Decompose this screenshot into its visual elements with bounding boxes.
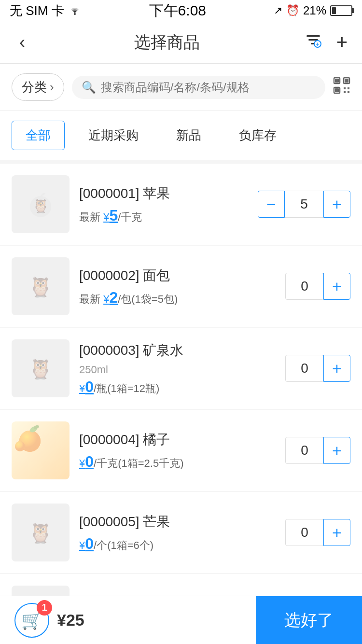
svg-point-0 xyxy=(74,13,76,15)
product-price-3: ¥0/瓶(1箱=12瓶) xyxy=(79,378,276,396)
time-display: 下午6:08 xyxy=(149,1,206,21)
search-bar: 分类 › 🔍 xyxy=(0,64,362,111)
status-bar: 无 SIM 卡 下午6:08 ↗ ⏰ 21% xyxy=(0,0,362,21)
bottom-bar: 🛒 1 ¥25 选好了 xyxy=(0,596,362,644)
tab-all[interactable]: 全部 xyxy=(12,121,65,150)
qty-plus-2[interactable]: + xyxy=(323,273,350,300)
qty-plus-1[interactable]: + xyxy=(323,191,350,218)
svg-text:🦉: 🦉 xyxy=(32,198,49,214)
svg-point-23 xyxy=(15,441,25,451)
product-image-3: 🦉 xyxy=(12,339,70,397)
category-button[interactable]: 分类 › xyxy=(12,73,64,101)
product-image-5: 🦉 xyxy=(12,504,70,561)
product-controls-4: + xyxy=(285,437,350,464)
back-button[interactable]: ‹ xyxy=(14,28,30,57)
product-name-2: [0000002] 面包 xyxy=(79,266,276,285)
carrier-text: 无 SIM 卡 xyxy=(10,2,64,19)
product-item-2: 🦉 [0000002] 面包 最新 ¥2/包(1袋=5包) + xyxy=(0,246,362,327)
product-image-2: 🦉 xyxy=(12,257,70,315)
wifi-icon xyxy=(68,3,82,18)
product-item-5: 🦉 [0000005] 芒果 ¥0/个(1箱=6个) + xyxy=(0,492,362,573)
product-price-2: 最新 ¥2/包(1袋=5包) xyxy=(79,289,276,307)
product-name-3: [0000003] 矿泉水 xyxy=(79,341,276,360)
qty-input-1[interactable] xyxy=(285,191,323,218)
tab-bar: 全部 近期采购 新品 负库存 xyxy=(0,111,362,164)
svg-rect-11 xyxy=(335,88,339,92)
search-input[interactable] xyxy=(101,81,316,94)
svg-rect-12 xyxy=(344,87,346,89)
qty-plus-3[interactable]: + xyxy=(323,355,350,382)
battery-percent: 21% xyxy=(303,4,326,17)
tab-negative[interactable]: 负库存 xyxy=(225,121,291,150)
svg-rect-13 xyxy=(348,87,349,89)
cart-badge: 1 xyxy=(37,600,52,616)
svg-rect-9 xyxy=(345,79,348,83)
location-icon: ↗ xyxy=(274,4,282,17)
product-price-1: 最新 ¥5/千克 xyxy=(79,207,248,224)
svg-text:🦉: 🦉 xyxy=(28,357,53,380)
search-input-wrap: 🔍 xyxy=(72,76,325,99)
svg-text:🦉: 🦉 xyxy=(28,275,53,298)
add-icon[interactable]: + xyxy=(336,31,348,53)
cart-total: ¥25 xyxy=(57,611,84,630)
product-controls-5: + xyxy=(285,519,350,546)
product-list: 🦉 [0000001] 苹果 最新 ¥5/千克 − + 🦉 [0000002] … xyxy=(0,164,362,644)
product-info-5: [0000005] 芒果 ¥0/个(1箱=6个) xyxy=(79,513,276,553)
nav-actions: + + xyxy=(305,31,348,53)
product-controls-3: + xyxy=(285,355,350,382)
qty-input-3[interactable] xyxy=(285,355,324,382)
alarm-icon: ⏰ xyxy=(286,4,299,17)
confirm-button[interactable]: 选好了 xyxy=(256,596,362,644)
svg-rect-1 xyxy=(306,35,320,37)
svg-text:🦉: 🦉 xyxy=(28,521,53,545)
qty-input-5[interactable] xyxy=(285,519,324,546)
tab-new[interactable]: 新品 xyxy=(162,121,215,150)
product-spec-3: 250ml xyxy=(79,364,276,376)
search-icon: 🔍 xyxy=(82,81,96,94)
svg-rect-15 xyxy=(348,91,349,93)
product-info-4: [0000004] 橘子 ¥0/千克(1箱=2.5千克) xyxy=(79,431,276,471)
product-controls-1: − + xyxy=(258,191,350,218)
qty-minus-1[interactable]: − xyxy=(258,191,285,218)
qty-plus-4[interactable]: + xyxy=(323,437,350,464)
cart-button[interactable]: 🛒 1 xyxy=(14,603,49,638)
product-info-1: [0000001] 苹果 最新 ¥5/千克 xyxy=(79,184,248,224)
category-label: 分类 xyxy=(22,79,47,96)
product-image-1: 🦉 xyxy=(12,175,70,233)
product-info-2: [0000002] 面包 最新 ¥2/包(1袋=5包) xyxy=(79,266,276,307)
product-name-5: [0000005] 芒果 xyxy=(79,513,276,531)
product-price-4: ¥0/千克(1箱=2.5千克) xyxy=(79,453,276,471)
category-chevron: › xyxy=(50,80,54,95)
product-name-4: [0000004] 橘子 xyxy=(79,431,276,449)
product-price-5: ¥0/个(1箱=6个) xyxy=(79,535,276,553)
product-item-1: 🦉 [0000001] 苹果 最新 ¥5/千克 − + xyxy=(0,164,362,245)
filter-icon[interactable]: + xyxy=(305,31,322,53)
product-image-4 xyxy=(12,421,70,479)
nav-bar: ‹ 选择商品 + + xyxy=(0,21,362,64)
svg-text:+: + xyxy=(316,41,319,48)
tab-recent[interactable]: 近期采购 xyxy=(74,121,153,150)
product-name-1: [0000001] 苹果 xyxy=(79,184,248,203)
product-item-4: [0000004] 橘子 ¥0/千克(1箱=2.5千克) + xyxy=(0,410,362,491)
battery-icon xyxy=(330,5,352,16)
cart-section: 🛒 1 ¥25 xyxy=(0,603,256,638)
qty-input-2[interactable] xyxy=(285,273,324,300)
svg-rect-7 xyxy=(335,79,339,83)
product-controls-2: + xyxy=(285,273,350,300)
qty-plus-5[interactable]: + xyxy=(323,519,350,546)
svg-rect-14 xyxy=(344,91,346,93)
qty-input-4[interactable] xyxy=(285,437,324,464)
product-info-3: [0000003] 矿泉水 250ml ¥0/瓶(1箱=12瓶) xyxy=(79,341,276,396)
scan-icon[interactable] xyxy=(333,77,350,98)
product-item-3: 🦉 [0000003] 矿泉水 250ml ¥0/瓶(1箱=12瓶) + xyxy=(0,328,362,409)
page-title: 选择商品 xyxy=(134,31,200,54)
